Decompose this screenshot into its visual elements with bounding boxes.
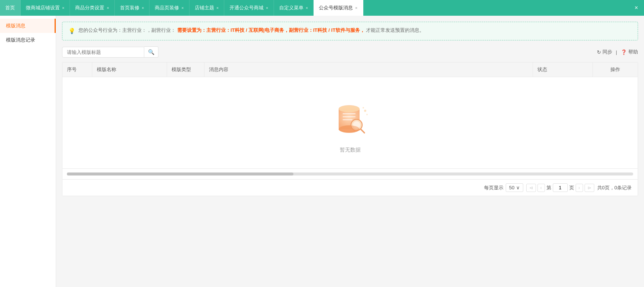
page-size-selector: 每页显示 50 ∨ [484, 183, 523, 192]
close-all-button[interactable]: × [629, 4, 644, 11]
sync-icon: ↻ [597, 49, 601, 55]
content-area: 💡 您的公众号行业为：主营行业：，副营行业： 需要设置为：主营行业：IT科技 /… [56, 16, 644, 287]
search-input[interactable] [62, 47, 144, 58]
sync-label: 同步 [603, 49, 612, 55]
search-bar: 🔍 ↻ 同步 | ❓ 帮助 [62, 46, 638, 58]
search-button[interactable]: 🔍 [144, 46, 158, 58]
sync-help-area: ↻ 同步 | ❓ 帮助 [597, 49, 638, 55]
nav-tab-home-decor-label: 首页装修 [120, 4, 139, 11]
chevron-down-icon: ∨ [516, 185, 520, 190]
sidebar: 模版消息 模版消息记录 [0, 16, 56, 287]
close-store-theme-icon[interactable]: × [216, 6, 219, 10]
close-category-icon[interactable]: × [107, 6, 109, 10]
nav-tab-category[interactable]: 商品分类设置 × [70, 0, 114, 16]
nav-tab-store-theme-label: 店铺主题 [195, 4, 214, 11]
svg-point-10 [364, 110, 366, 112]
horizontal-scrollbar[interactable] [62, 168, 638, 179]
col-header-seq: 序号 [62, 62, 92, 77]
first-page-button[interactable]: ⊲ [526, 184, 536, 192]
nav-tab-template-msg-label: 公众号模版消息 [319, 4, 353, 11]
table-header: 序号 模版名称 模版类型 消息内容 状态 操作 [62, 62, 638, 77]
svg-line-9 [361, 129, 364, 133]
nav-tab-home-decor[interactable]: 首页装修 × [115, 0, 150, 16]
scrollbar-track [67, 172, 633, 175]
close-custom-menu-icon[interactable]: × [306, 6, 308, 10]
notice-icon: 💡 [68, 27, 76, 36]
nav-tab-micro-store[interactable]: 微商城店铺设置 × [21, 0, 70, 16]
page-summary: 共0页，0条记录 [597, 184, 632, 191]
close-open-mall-icon[interactable]: × [266, 6, 268, 10]
toolbar-divider: | [616, 49, 617, 55]
nav-tab-store-theme[interactable]: 店铺主题 × [189, 0, 224, 16]
help-button[interactable]: ❓ 帮助 [621, 49, 638, 55]
top-navigation: 首页 微商城店铺设置 × 商品分类设置 × 首页装修 × 商品页装修 × 店铺主… [0, 0, 644, 16]
notice-suffix: 才能正常发送预置的消息。 [366, 27, 424, 33]
svg-point-11 [366, 114, 368, 115]
page-navigation: ⊲ ‹ 第 页 › ⊳ [526, 183, 594, 192]
nav-tab-category-label: 商品分类设置 [75, 4, 104, 11]
close-home-decor-icon[interactable]: × [142, 6, 144, 10]
sidebar-item-template-msg-label: 模版消息 [6, 23, 25, 28]
col-header-action: 操作 [593, 62, 638, 77]
sync-button[interactable]: ↻ 同步 [597, 49, 612, 55]
nav-tab-open-mall-label: 开通公众号商城 [229, 4, 264, 11]
empty-illustration [330, 100, 371, 141]
last-page-button[interactable]: ⊳ [585, 184, 594, 192]
svg-point-12 [363, 107, 364, 109]
search-icon: 🔍 [148, 49, 154, 55]
page-size-select-box[interactable]: 50 ∨ [506, 183, 523, 192]
page-number-input[interactable] [553, 183, 568, 192]
page-prefix-label: 第 [546, 184, 551, 191]
main-layout: 模版消息 模版消息记录 💡 您的公众号行业为：主营行业：，副营行业： 需要设置为… [0, 16, 644, 287]
page-size-label: 每页显示 [484, 184, 503, 191]
nav-tab-template-msg[interactable]: 公众号模版消息 × [314, 0, 363, 16]
col-header-content: 消息内容 [204, 62, 533, 77]
help-label: 帮助 [628, 49, 638, 55]
next-page-button[interactable]: › [576, 184, 583, 192]
notice-highlight: 需要设置为：主营行业：IT科技 / 互联网|电子商务，副营行业：IT科技 / I… [177, 27, 365, 33]
sidebar-item-template-record-label: 模版消息记录 [6, 37, 35, 43]
prev-page-button[interactable]: ‹ [537, 184, 545, 192]
empty-state: 暂无数据 [62, 77, 638, 168]
page-size-value: 50 [509, 185, 514, 190]
col-header-status: 状态 [533, 62, 593, 77]
col-header-type: 模版类型 [167, 62, 204, 77]
nav-tab-home[interactable]: 首页 [0, 0, 21, 16]
notice-prefix: 您的公众号行业为：主营行业：，副营行业： [78, 27, 176, 33]
nav-tab-open-mall[interactable]: 开通公众号商城 × [224, 0, 274, 16]
close-micro-store-icon[interactable]: × [62, 6, 64, 10]
col-header-name: 模版名称 [92, 62, 167, 77]
scrollbar-thumb[interactable] [67, 172, 293, 175]
notice-text: 您的公众号行业为：主营行业：，副营行业： 需要设置为：主营行业：IT科技 / 互… [78, 27, 424, 34]
nav-tab-product-decor-label: 商品页装修 [155, 4, 179, 11]
page-unit-label: 页 [569, 184, 574, 191]
empty-text: 暂无数据 [340, 147, 361, 153]
nav-tab-custom-menu-label: 自定义菜单 [279, 4, 303, 11]
nav-tab-custom-menu[interactable]: 自定义菜单 × [274, 0, 314, 16]
data-table: 序号 模版名称 模版类型 消息内容 状态 操作 [62, 62, 638, 196]
sidebar-item-template-record[interactable]: 模版消息记录 [0, 33, 56, 47]
close-product-decor-icon[interactable]: × [181, 6, 184, 10]
pagination: 每页显示 50 ∨ ⊲ ‹ 第 页 › ⊳ 共0页，0条记录 [62, 179, 638, 196]
help-icon: ❓ [621, 49, 627, 55]
nav-tab-micro-store-label: 微商城店铺设置 [26, 4, 60, 11]
sidebar-item-template-msg[interactable]: 模版消息 [0, 19, 56, 33]
close-template-msg-icon[interactable]: × [355, 6, 357, 10]
nav-tab-product-decor[interactable]: 商品页装修 × [150, 0, 189, 16]
svg-point-3 [339, 106, 360, 112]
nav-tab-home-label: 首页 [5, 4, 15, 11]
notice-banner: 💡 您的公众号行业为：主营行业：，副营行业： 需要设置为：主营行业：IT科技 /… [62, 22, 638, 40]
